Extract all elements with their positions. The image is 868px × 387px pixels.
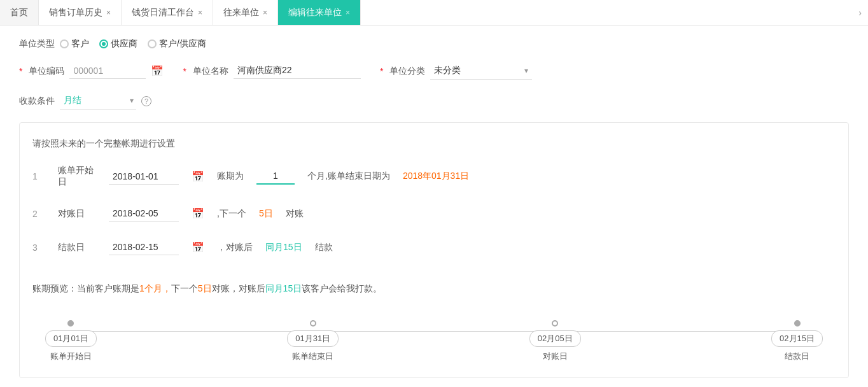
card-title: 请按照未来的一个完整帐期进行设置	[32, 138, 836, 150]
timeline-date-1: 01月01日	[45, 330, 97, 347]
timeline-container: 01月01日 账单开始日 01月31日 账单结束日 02月05日 对账日 02月…	[32, 320, 836, 362]
row-type-start: 账单开始日	[58, 165, 96, 188]
period-settings-card: 请按照未来的一个完整帐期进行设置 1 账单开始日 📅 账期为 个月,账单结束日期…	[19, 122, 849, 378]
radio-supplier-circle	[99, 39, 108, 48]
preview-mid1: 下一个	[171, 283, 198, 293]
preview-highlight2: 5日	[198, 283, 212, 293]
reconcile-date-cal-icon[interactable]: 📅	[192, 208, 204, 220]
reconcile-pre: ,下一个	[217, 208, 246, 220]
tab-expand-btn[interactable]: ›	[852, 0, 868, 25]
timeline-item-1: 01月01日 账单开始日	[45, 320, 97, 362]
reconcile-post: 对账	[286, 208, 304, 220]
preview-mid2: 对账，对账后	[212, 283, 265, 293]
payment-pre: ，对账后	[217, 242, 253, 253]
timeline-label-2: 账单结束日	[292, 351, 333, 362]
unit-type-item: 单位类型 客户 供应商 客户/供应商	[19, 38, 206, 50]
tab-partner[interactable]: 往来单位 ×	[213, 0, 278, 25]
start-date-cal-icon[interactable]: 📅	[192, 171, 204, 183]
payment-term-select[interactable]: 月结 ▾	[60, 92, 136, 109]
unit-info-row: * 单位编码 📅 * 单位名称 * 单位分类 未分类 ▾	[19, 62, 849, 80]
period-value-input[interactable]	[256, 168, 295, 185]
start-date-input[interactable]	[109, 169, 179, 185]
radio-customer[interactable]: 客户	[60, 38, 89, 50]
preview-suffix: 该客户会给我打款。	[302, 283, 382, 293]
preview-prefix: 账期预览：当前客户账期是	[32, 283, 139, 293]
card-row-3: 3 结款日 📅 ，对账后 同月15日 结款	[32, 239, 836, 255]
unit-category-label: 单位分类	[389, 66, 425, 77]
radio-both-label: 客户/供应商	[159, 38, 206, 50]
timeline-items: 01月01日 账单开始日 01月31日 账单结束日 02月05日 对账日 02月…	[45, 320, 823, 362]
preview-highlight3: 同月15日	[265, 283, 302, 293]
unit-category-select[interactable]: 未分类 ▾	[430, 62, 532, 80]
help-icon[interactable]: ?	[141, 96, 151, 106]
radio-both-circle	[148, 39, 157, 48]
reconcile-highlight: 5日	[259, 208, 273, 220]
row-type-payment: 结款日	[58, 242, 96, 253]
payment-term-arrow: ▾	[130, 96, 134, 105]
row-num-3: 3	[32, 243, 45, 253]
unit-name-item: * 单位名称	[183, 63, 360, 79]
row-type-reconcile: 对账日	[58, 208, 96, 220]
timeline-item-4: 02月15日 结款日	[771, 320, 823, 362]
row-num-1: 1	[32, 171, 45, 181]
payment-term-label: 收款条件	[19, 95, 55, 107]
close-edit-partner[interactable]: ×	[346, 8, 350, 17]
timeline-label-4: 结款日	[785, 351, 809, 362]
unit-category-value: 未分类	[434, 65, 461, 76]
card-row-2: 2 对账日 📅 ,下一个5日 对账	[32, 206, 836, 222]
unit-code-input[interactable]	[69, 63, 146, 79]
unit-type-radio-group: 客户 供应商 客户/供应商	[60, 38, 206, 50]
payment-term-value: 月结	[60, 92, 97, 109]
unit-code-star: *	[19, 66, 22, 76]
tab-bar: 首页 销售订单历史 × 钱货日清工作台 × 往来单位 × 编辑往来单位 × ›	[0, 0, 868, 25]
payment-term-row: 收款条件 月结 ▾ ?	[19, 92, 849, 109]
timeline-dot-2	[310, 320, 316, 327]
period-label: 账期为	[217, 171, 244, 182]
unit-code-label: 单位编码	[29, 66, 64, 77]
tab-cash-work[interactable]: 钱货日清工作台 ×	[122, 0, 213, 25]
period-unit: 个月,账单结束日期为	[307, 171, 390, 182]
timeline-dot-3	[552, 320, 558, 327]
row-num-2: 2	[32, 209, 45, 219]
period-end-date: 2018年01月31日	[403, 171, 469, 182]
unit-code-copy-icon[interactable]: 📅	[151, 65, 164, 77]
preview-highlight1: 1个月，	[139, 283, 171, 293]
preview-section: 账期预览：当前客户账期是1个月，下一个5日对账，对账后同月15日该客户会给我打款…	[32, 273, 836, 301]
payment-term-item: 收款条件 月结 ▾ ?	[19, 92, 151, 109]
close-sales-history[interactable]: ×	[106, 8, 111, 17]
payment-post: 结款	[315, 242, 333, 253]
unit-name-star: *	[183, 66, 186, 76]
radio-customer-label: 客户	[71, 38, 89, 50]
unit-type-label: 单位类型	[19, 38, 55, 50]
payment-highlight: 同月15日	[265, 242, 302, 253]
radio-supplier-label: 供应商	[111, 38, 137, 50]
main-content: 单位类型 客户 供应商 客户/供应商 * 单位编码	[0, 25, 868, 387]
tab-sales-history[interactable]: 销售订单历史 ×	[39, 0, 122, 25]
unit-name-label: 单位名称	[193, 66, 228, 77]
payment-date-cal-icon[interactable]: 📅	[192, 241, 204, 253]
radio-customer-circle	[60, 39, 69, 48]
timeline-date-4: 02月15日	[771, 330, 823, 347]
timeline-date-2: 01月31日	[287, 330, 339, 347]
timeline-dot-1	[67, 320, 74, 327]
radio-supplier[interactable]: 供应商	[99, 38, 137, 50]
unit-category-arrow: ▾	[524, 66, 528, 75]
tab-home[interactable]: 首页	[0, 0, 39, 25]
timeline-dot-4	[794, 320, 801, 327]
unit-category-item: * 单位分类 未分类 ▾	[380, 62, 532, 80]
unit-category-star: *	[380, 66, 383, 76]
timeline-date-3: 02月05日	[529, 330, 581, 347]
reconcile-date-input[interactable]	[109, 206, 179, 222]
unit-code-item: * 单位编码 📅	[19, 63, 164, 79]
timeline-label-3: 对账日	[543, 351, 568, 362]
close-partner[interactable]: ×	[263, 8, 267, 17]
timeline-item-3: 02月05日 对账日	[529, 320, 581, 362]
unit-type-row: 单位类型 客户 供应商 客户/供应商	[19, 38, 849, 50]
timeline-item-2: 01月31日 账单结束日	[287, 320, 339, 362]
close-cash-work[interactable]: ×	[198, 8, 202, 17]
timeline-label-1: 账单开始日	[50, 351, 92, 362]
radio-both[interactable]: 客户/供应商	[148, 38, 206, 50]
unit-name-input[interactable]	[234, 63, 361, 79]
tab-edit-partner[interactable]: 编辑往来单位 ×	[278, 0, 361, 25]
payment-date-input[interactable]	[109, 239, 179, 255]
